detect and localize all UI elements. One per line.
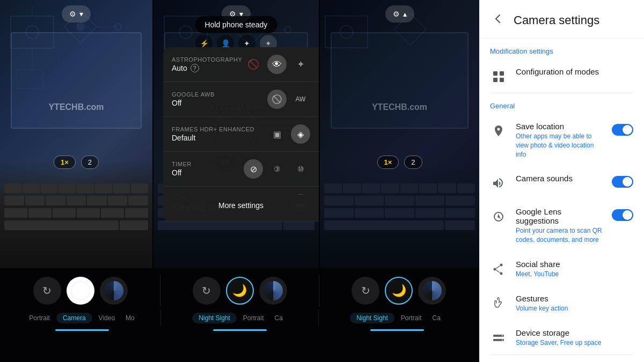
popup-astro-row[interactable]: Astrophotography Auto ? 🚫 👁 ✦ [163, 47, 319, 82]
sound-icon [490, 175, 507, 192]
social-share-sub: Meet, YouTube [516, 270, 633, 279]
mode-icons-row: ↻ ↻ 🌙 [0, 268, 479, 310]
mode-icon-night-2[interactable]: 🌙 [226, 277, 254, 305]
mode-label-p3-night[interactable]: Night Sight [350, 313, 394, 323]
save-location-sub: Other apps may be able to view photo & v… [516, 132, 603, 159]
timer-3-icon[interactable]: ③ [267, 159, 287, 179]
svg-line-16 [274, 96, 280, 102]
settings-bar-1: ⚙ ▾ [62, 5, 91, 23]
timer-10-icon[interactable]: ⑩ [291, 159, 310, 179]
mode-icon-sync-1[interactable]: ↻ [33, 277, 61, 305]
underline-p3 [370, 329, 424, 331]
awb-label: GOOGLE AWB [172, 91, 215, 98]
astro-eye-icon[interactable]: 👁 [267, 55, 287, 74]
mode-icon-gradient-3[interactable] [418, 277, 446, 305]
gear-icon-3: ⚙ [393, 10, 400, 18]
zoom-indicator-5[interactable]: 1× [377, 156, 399, 169]
gestures-sub: Volume key action [516, 304, 633, 313]
svg-rect-20 [493, 71, 497, 76]
gestures-title: Gestures [516, 294, 633, 303]
zoom-bar-1: 1× 2 [54, 156, 99, 169]
zoom-indicator-2[interactable]: 2 [81, 156, 99, 169]
svg-rect-23 [500, 78, 504, 82]
frames-icon1[interactable]: ▣ [267, 124, 287, 144]
back-button[interactable] [490, 11, 506, 29]
mode-labels-container: Portrait Camera Video Mo Night Sight Por… [0, 310, 479, 326]
settings-item-device-storage[interactable]: Device storage Storage Saver, Free up sp… [479, 321, 644, 355]
settings-item-gestures[interactable]: Gestures Volume key action [479, 286, 644, 321]
camera-modes-bar: ↻ ↻ 🌙 [0, 268, 479, 362]
camera-panel-3: YTECHB.com ⚙ ▴ 1× 2 [320, 0, 479, 268]
device-storage-title: Device storage [516, 328, 633, 337]
google-lens-toggle[interactable] [612, 209, 633, 221]
zoom-indicator-6[interactable]: 2 [404, 156, 422, 169]
mode-label-p2-portrait[interactable]: Portrait [239, 313, 268, 323]
location-icon [490, 123, 507, 140]
camera-panel-1: YTECHB.com ⚙ ▾ 1× 2 [0, 0, 152, 268]
awb-auto-icon[interactable]: AW [291, 90, 310, 109]
popup-frames-row[interactable]: Frames HDR+ Enhanced Default ▣ ◈ [163, 117, 319, 152]
mode-label-p2-ca[interactable]: Ca [270, 313, 287, 323]
grid-icon [490, 68, 507, 85]
social-share-title: Social share [516, 260, 633, 269]
popup-awb-row[interactable]: GOOGLE AWB Off AW [163, 82, 319, 117]
camera-sounds-toggle[interactable] [612, 176, 633, 188]
mode-icon-camera-1[interactable] [67, 277, 94, 305]
save-location-toggle[interactable] [612, 124, 633, 136]
zoom-indicator-1[interactable]: 1× [54, 156, 76, 169]
camera-sounds-content: Camera sounds [516, 174, 603, 183]
settings-header: Camera settings [479, 0, 644, 39]
chevron-down-icon-1: ▾ [79, 10, 83, 18]
mode-label-p1-camera[interactable]: Camera [56, 313, 92, 323]
mode-icon-night-3[interactable]: 🌙 [385, 277, 413, 305]
mode-label-p3-portrait[interactable]: Portrait [397, 313, 426, 323]
svg-line-29 [496, 265, 500, 268]
mode-icon-sync-3[interactable]: ↻ [352, 277, 379, 305]
svg-point-26 [500, 263, 503, 266]
zoom-value-5: 1× [384, 158, 392, 166]
zoom-value-2: 2 [88, 158, 92, 166]
mode-label-p2-night[interactable]: Night Sight [192, 313, 237, 323]
mode-label-p1-portrait[interactable]: Portrait [25, 313, 54, 323]
lens-icon [490, 208, 507, 225]
timer-off-icon[interactable]: ⊘ [244, 159, 263, 179]
settings-title: Camera settings [514, 13, 599, 27]
camera-sounds-title: Camera sounds [516, 174, 603, 183]
settings-item-config-modes[interactable]: Configuration of modes [479, 60, 644, 93]
share-icon [490, 261, 507, 278]
mode-icon-video-1[interactable] [100, 277, 128, 305]
camera-section: YTECHB.com ⚙ ▾ 1× 2 [0, 0, 479, 362]
settings-item-google-lens[interactable]: Google Lens suggestions Point your camer… [479, 200, 644, 252]
settings-btn-1[interactable]: ⚙ ▾ [62, 5, 91, 23]
astro-off-icon[interactable]: 🚫 [244, 55, 263, 74]
timer-value: Off [172, 168, 181, 177]
settings-item-advanced[interactable]: Advanced [479, 355, 644, 362]
settings-btn-3[interactable]: ⚙ ▴ [385, 5, 414, 23]
zoom-bar-3: 1× 2 [377, 156, 422, 169]
svg-point-34 [502, 339, 503, 341]
google-lens-title: Google Lens suggestions [516, 207, 603, 225]
device-storage-sub: Storage Saver, Free up space [516, 338, 633, 348]
mode-label-p1-mo[interactable]: Mo [121, 313, 139, 323]
gestures-content: Gestures Volume key action [516, 294, 633, 313]
mode-icon-sync-2[interactable]: ↻ [193, 277, 221, 305]
help-icon[interactable]: ? [191, 64, 199, 72]
frames-icon2[interactable]: ◈ [291, 124, 310, 144]
mode-label-p1-video[interactable]: Video [94, 313, 119, 323]
settings-item-camera-sounds[interactable]: Camera sounds [479, 166, 644, 200]
camera-panels: YTECHB.com ⚙ ▾ 1× 2 [0, 0, 479, 268]
mode-label-p3-ca[interactable]: Ca [428, 313, 445, 323]
more-settings-btn[interactable]: More settings [163, 195, 319, 216]
mode-icon-gradient-2[interactable] [259, 277, 287, 305]
general-section-label: General [479, 93, 644, 114]
save-location-title: Save location [516, 122, 603, 131]
settings-item-save-location[interactable]: Save location Other apps may be able to … [479, 114, 644, 166]
astro-value: Auto [172, 64, 187, 72]
awb-off-icon[interactable] [267, 90, 287, 109]
gear-icon-1: ⚙ [69, 10, 76, 18]
google-lens-content: Google Lens suggestions Point your camer… [516, 207, 603, 245]
settings-item-social-share[interactable]: Social share Meet, YouTube [479, 252, 644, 286]
astro-sparkle-icon[interactable]: ✦ [291, 55, 310, 74]
underline-p2 [213, 329, 267, 331]
popup-timer-row[interactable]: Timer Off ⊘ ③ ⑩ [163, 152, 319, 187]
